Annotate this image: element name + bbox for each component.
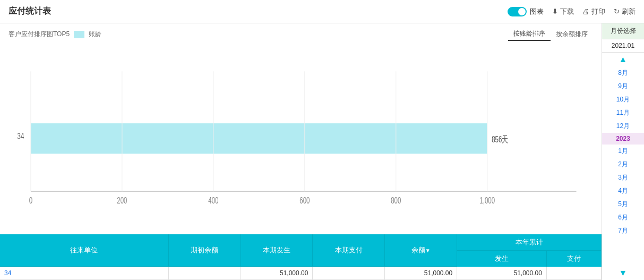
print-icon: 🖨 bbox=[582, 7, 589, 15]
sort-by-balance-button[interactable]: 按余额排序 bbox=[551, 28, 593, 41]
chart-legend: 客户应付排序图TOP5 账龄 bbox=[8, 30, 101, 39]
download-icon: ⬇ bbox=[552, 7, 558, 15]
sidebar-header: 月份选择 bbox=[602, 23, 644, 39]
main-content: 客户应付排序图TOP5 账龄 按账龄排序 按余额排序 34 856天 bbox=[0, 23, 644, 280]
svg-text:600: 600 bbox=[299, 196, 310, 206]
sidebar-months: 8月 9月 10月 11月 12月 2023 1月 2月 3月 4月 5月 6月… bbox=[602, 66, 644, 266]
svg-rect-1 bbox=[31, 123, 487, 154]
month-8[interactable]: 8月 bbox=[602, 66, 644, 80]
col-opening: 期初余额 bbox=[168, 234, 241, 267]
month-2[interactable]: 2月 bbox=[602, 158, 644, 171]
legend-box bbox=[74, 31, 84, 38]
month-9[interactable]: 9月 bbox=[602, 80, 644, 93]
vendor-link[interactable]: 34 bbox=[4, 269, 11, 277]
col-period-pay: 本期支付 bbox=[313, 234, 385, 267]
svg-text:400: 400 bbox=[208, 196, 218, 206]
cell-opening bbox=[168, 267, 241, 280]
cell-ytd-pay bbox=[546, 267, 601, 280]
cell-ytd-occur: 51,000.00 bbox=[457, 267, 547, 280]
chart-header: 客户应付排序图TOP5 账龄 按账龄排序 按余额排序 bbox=[0, 23, 602, 45]
chart-section: 客户应付排序图TOP5 账龄 按账龄排序 按余额排序 34 856天 bbox=[0, 23, 602, 280]
header-actions: 图表 ⬇ 下载 🖨 打印 ↻ 刷新 bbox=[508, 7, 636, 16]
print-label: 打印 bbox=[591, 7, 605, 16]
month-5[interactable]: 5月 bbox=[602, 198, 644, 211]
svg-text:34: 34 bbox=[18, 131, 24, 141]
col-ytd-pay: 支付 bbox=[546, 250, 601, 267]
chart-toggle-label: 图表 bbox=[530, 7, 544, 16]
chart-wrapper: 34 856天 0 200 400 600 800 1,000 bbox=[0, 45, 602, 234]
month-6[interactable]: 6月 bbox=[602, 211, 644, 224]
month-11[interactable]: 11月 bbox=[602, 106, 644, 120]
month-12[interactable]: 12月 bbox=[602, 120, 644, 133]
svg-text:0: 0 bbox=[29, 196, 32, 206]
refresh-label: 刷新 bbox=[622, 7, 636, 16]
refresh-icon: ↻ bbox=[614, 7, 620, 15]
page-title: 应付统计表 bbox=[8, 6, 51, 17]
data-table: 往来单位 期初余额 本期发生 本期支付 余额▼ 本年累计 发生 支付 bbox=[0, 234, 602, 281]
svg-text:1,000: 1,000 bbox=[479, 196, 495, 206]
chart-toggle[interactable] bbox=[508, 7, 527, 16]
col-vendor: 往来单位 bbox=[0, 234, 168, 267]
cell-vendor: 34 bbox=[0, 267, 168, 280]
year-2023[interactable]: 2023 bbox=[602, 133, 644, 145]
sidebar-down-button[interactable]: ▼ bbox=[602, 266, 644, 280]
cell-period-pay bbox=[313, 267, 385, 280]
chart-svg: 34 856天 0 200 400 600 800 1,000 bbox=[8, 47, 593, 232]
col-period-occur: 本期发生 bbox=[241, 234, 313, 267]
month-3[interactable]: 3月 bbox=[602, 171, 644, 184]
app-header: 应付统计表 图表 ⬇ 下载 🖨 打印 ↻ 刷新 bbox=[0, 0, 644, 23]
chart-toggle-wrap: 图表 bbox=[508, 7, 544, 16]
month-4[interactable]: 4月 bbox=[602, 184, 644, 198]
sidebar: 月份选择 2021.01 ▲ 8月 9月 10月 11月 12月 2023 1月… bbox=[602, 23, 644, 280]
legend-box-label: 账龄 bbox=[89, 30, 101, 39]
sidebar-up-button[interactable]: ▲ bbox=[602, 53, 644, 66]
svg-text:856天: 856天 bbox=[492, 134, 508, 145]
col-balance: 余额▼ bbox=[385, 234, 457, 267]
legend-text: 客户应付排序图TOP5 bbox=[8, 30, 70, 39]
month-7[interactable]: 7月 bbox=[602, 224, 644, 237]
download-button[interactable]: ⬇ 下载 bbox=[552, 7, 574, 16]
refresh-button[interactable]: ↻ 刷新 bbox=[614, 7, 636, 16]
svg-text:800: 800 bbox=[391, 196, 401, 206]
cell-period-occur: 51,000.00 bbox=[241, 267, 313, 280]
sidebar-date-value: 2021.01 bbox=[602, 39, 644, 53]
chart-sort-buttons: 按账龄排序 按余额排序 bbox=[508, 28, 593, 41]
col-ytd: 本年累计 bbox=[457, 234, 602, 251]
month-1[interactable]: 1月 bbox=[602, 145, 644, 158]
svg-text:200: 200 bbox=[117, 196, 127, 206]
sidebar-nav: ▲ 8月 9月 10月 11月 12月 2023 1月 2月 3月 4月 5月 … bbox=[602, 53, 644, 280]
cell-balance: 51,000.00 bbox=[385, 267, 457, 280]
table-row: 34 51,000.00 51,000.00 51,000.00 bbox=[0, 267, 602, 280]
print-button[interactable]: 🖨 打印 bbox=[582, 7, 605, 16]
month-10[interactable]: 10月 bbox=[602, 93, 644, 106]
download-label: 下载 bbox=[560, 7, 574, 16]
sort-by-amount-button[interactable]: 按账龄排序 bbox=[508, 28, 551, 41]
table-section: 往来单位 期初余额 本期发生 本期支付 余额▼ 本年累计 发生 支付 bbox=[0, 234, 602, 281]
col-ytd-occur: 发生 bbox=[457, 250, 547, 267]
